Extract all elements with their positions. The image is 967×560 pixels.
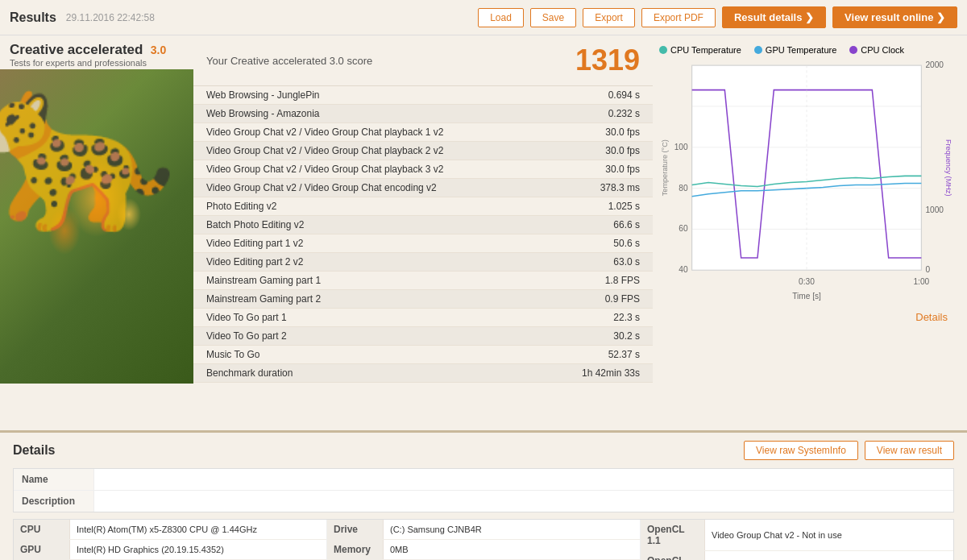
chart-svg: 40 60 80 100 0 1000 2000 Time [s] 0:30 1…	[659, 61, 954, 303]
table-row: Video Editing part 1 v2 50.6 s	[193, 234, 653, 253]
bench-value: 52.37 s	[542, 346, 653, 364]
details-section: Details View raw SystemInfo View raw res…	[0, 430, 967, 560]
score-header: Your Creative accelerated 3.0 score 1319	[193, 35, 653, 86]
bench-name: Video Editing part 1 v2	[193, 234, 542, 253]
gpu-value: Intel(R) HD Graphics (20.19.15.4352)	[70, 541, 230, 558]
opencl1-value: Video Group Chat v2 - Not in use	[705, 526, 849, 544]
name-value	[94, 469, 110, 490]
bench-value: 1h 42min 33s	[542, 364, 653, 383]
suite-image	[0, 69, 193, 384]
cpu-row: CPU Intel(R) Atom(TM) x5-Z8300 CPU @ 1.4…	[14, 520, 326, 540]
bench-name: Video Group Chat v2 / Video Group Chat p…	[193, 123, 542, 142]
table-row: Video Editing part 2 v2 63.0 s	[193, 253, 653, 272]
chart-area: 40 60 80 100 0 1000 2000 Time [s] 0:30 1…	[659, 61, 954, 303]
svg-text:1000: 1000	[925, 205, 944, 214]
svg-text:40: 40	[679, 265, 688, 274]
bench-value: 30.0 fps	[542, 142, 653, 160]
table-row: Web Browsing - Amazonia 0.232 s	[193, 105, 653, 123]
opencl2-row: OpenCL 1.1 Photo Editing v2 - Not in use	[641, 551, 953, 560]
table-row: Photo Editing v2 1.025 s	[193, 197, 653, 216]
drive-row: Drive (C:) Samsung CJNB4R	[327, 520, 640, 540]
svg-text:Time [s]: Time [s]	[792, 292, 821, 301]
cpu-temp-label: CPU Temperature	[670, 45, 741, 55]
opencl1-key: OpenCL 1.1	[641, 520, 705, 550]
suite-label: Creative accelerated 3.0 Tests for exper…	[0, 35, 193, 69]
description-value	[94, 491, 110, 512]
load-button[interactable]: Load	[478, 8, 524, 27]
table-row: Video Group Chat v2 / Video Group Chat p…	[193, 160, 653, 179]
export-button[interactable]: Export	[583, 8, 635, 27]
bench-name: Video Group Chat v2 / Video Group Chat p…	[193, 142, 542, 160]
table-row: Video To Go part 2 30.2 s	[193, 327, 653, 346]
bench-value: 378.3 ms	[542, 179, 653, 197]
table-row: Video Group Chat v2 / Video Group Chat p…	[193, 123, 653, 142]
table-row: Batch Photo Editing v2 66.6 s	[193, 216, 653, 234]
suite-panel: Creative accelerated 3.0 Tests for exper…	[0, 35, 193, 430]
result-date: 29.11.2016 22:42:58	[66, 12, 471, 23]
export-pdf-button[interactable]: Export PDF	[641, 8, 716, 27]
bench-value: 0.232 s	[542, 105, 653, 123]
suite-version: 3.0	[151, 44, 166, 56]
drive-key: Drive	[327, 520, 384, 539]
bench-name: Video Editing part 2 v2	[193, 253, 542, 272]
memory-row: Memory 0MB	[327, 540, 640, 560]
view-raw-systeminfo-button[interactable]: View raw SystemInfo	[744, 441, 858, 460]
bench-name: Photo Editing v2	[193, 197, 542, 216]
bench-name: Web Browsing - JunglePin	[193, 86, 542, 105]
result-details-button[interactable]: Result details ❯	[722, 6, 826, 28]
view-online-button[interactable]: View result online ❯	[832, 6, 957, 28]
bench-value: 1.8 FPS	[542, 272, 653, 290]
cpu-temp-dot	[659, 46, 667, 54]
page-title: Results	[10, 10, 56, 25]
details-anchor[interactable]: Details	[915, 311, 948, 323]
bench-value: 1.025 s	[542, 197, 653, 216]
chart-details-link[interactable]: Details	[653, 306, 961, 328]
benchmark-table: Web Browsing - JunglePin 0.694 s Web Bro…	[193, 86, 653, 383]
svg-text:Frequency (MHz): Frequency (MHz)	[944, 139, 952, 196]
name-key: Name	[14, 469, 94, 490]
table-row: Mainstream Gaming part 2 0.9 FPS	[193, 290, 653, 309]
bench-name: Video Group Chat v2 / Video Group Chat p…	[193, 160, 542, 179]
svg-text:0:30: 0:30	[799, 277, 815, 286]
cpu-clock-label: CPU Clock	[861, 45, 904, 55]
memory-key: Memory	[327, 540, 384, 559]
opencl1-row: OpenCL 1.1 Video Group Chat v2 - Not in …	[641, 520, 953, 551]
memory-value: 0MB	[384, 541, 415, 558]
header-bar: Results 29.11.2016 22:42:58 Load Save Ex…	[0, 0, 967, 35]
legend-cpu-clock: CPU Clock	[849, 45, 904, 55]
table-row: Video Group Chat v2 / Video Group Chat e…	[193, 179, 653, 197]
hw-col-1: CPU Intel(R) Atom(TM) x5-Z8300 CPU @ 1.4…	[14, 520, 327, 560]
table-row: Music To Go 52.37 s	[193, 346, 653, 364]
score-label: Your Creative accelerated 3.0 score	[206, 55, 575, 67]
name-row: Name	[14, 469, 953, 491]
cpu-clock-dot	[849, 46, 857, 54]
results-table-panel: Your Creative accelerated 3.0 score 1319…	[193, 35, 653, 430]
bench-value: 22.3 s	[542, 309, 653, 327]
drive-value: (C:) Samsung CJNB4R	[384, 521, 488, 538]
svg-text:0: 0	[925, 265, 930, 274]
table-row: Video To Go part 1 22.3 s	[193, 309, 653, 327]
details-name-grid: Name Description	[13, 468, 954, 512]
view-raw-result-button[interactable]: View raw result	[865, 441, 954, 460]
bench-name: Web Browsing - Amazonia	[193, 105, 542, 123]
chart-legend: CPU Temperature GPU Temperature CPU Cloc…	[653, 42, 961, 58]
svg-text:100: 100	[674, 143, 688, 151]
table-row: Mainstream Gaming part 1 1.8 FPS	[193, 272, 653, 290]
details-title: Details	[13, 443, 55, 458]
cpu-key: CPU	[14, 520, 70, 539]
save-button[interactable]: Save	[530, 8, 576, 27]
bench-name: Batch Photo Editing v2	[193, 216, 542, 234]
svg-text:80: 80	[679, 184, 688, 193]
bench-value: 30.0 fps	[542, 160, 653, 179]
bench-name: Benchmark duration	[193, 364, 542, 383]
svg-text:60: 60	[679, 225, 688, 234]
svg-text:2000: 2000	[925, 61, 944, 69]
description-key: Description	[14, 491, 94, 512]
bench-name: Music To Go	[193, 346, 542, 364]
table-row: Video Group Chat v2 / Video Group Chat p…	[193, 142, 653, 160]
bench-value: 30.0 fps	[542, 123, 653, 142]
chart-panel: CPU Temperature GPU Temperature CPU Cloc…	[653, 35, 967, 430]
bench-value: 50.6 s	[542, 234, 653, 253]
bench-value: 0.694 s	[542, 86, 653, 105]
cpu-value: Intel(R) Atom(TM) x5-Z8300 CPU @ 1.44GHz	[70, 521, 264, 538]
